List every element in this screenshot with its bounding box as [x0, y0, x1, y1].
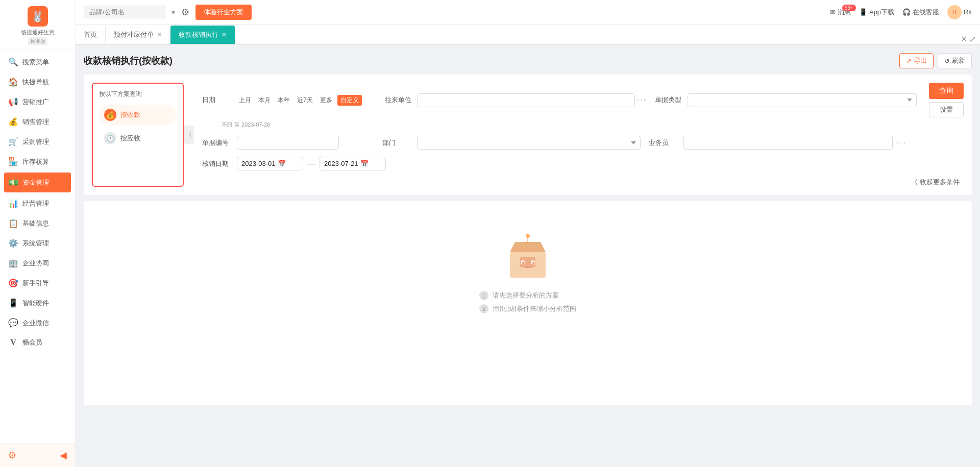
filter-field-doc-number: 单据编号: [202, 136, 374, 150]
empty-tip-1: 1 请先选择要分析的方案: [479, 291, 576, 300]
sidebar-item-enterprise[interactable]: 🏢 企业协同: [0, 253, 75, 273]
salesperson-input[interactable]: [683, 136, 893, 150]
user-avatar: R: [947, 5, 962, 19]
topbar-chevron-icon[interactable]: ▾: [172, 8, 175, 16]
filter-field-counterpart: 往来单位 ···: [385, 93, 647, 107]
refresh-button[interactable]: ↺ 刷新: [938, 53, 972, 68]
wechat-icon: 💬: [8, 318, 18, 328]
counterpart-input[interactable]: [418, 93, 635, 107]
sidebar-item-member[interactable]: V 畅会员: [0, 333, 75, 352]
empty-tip-1-text: 请先选择要分析的方案: [493, 291, 559, 300]
doc-type-label: 单据类型: [655, 95, 685, 105]
query-button[interactable]: 查询: [929, 83, 964, 99]
date-note-area: 不限 至 2023-07-26: [222, 119, 964, 129]
message-button[interactable]: ✉ 消息 99+: [830, 8, 851, 17]
date-badge-custom[interactable]: 自定义: [337, 95, 362, 106]
tab-home-label: 首页: [84, 30, 97, 39]
setting-button[interactable]: 设置: [929, 102, 964, 117]
tab-prepay-close-icon[interactable]: ✕: [157, 31, 162, 38]
by-receivable-icon: 🕐: [104, 132, 116, 144]
tab-receipt-writeoff-close-icon[interactable]: ✕: [222, 31, 227, 38]
collapse-more-button[interactable]: 《 收起更多条件: [907, 178, 964, 187]
customer-service-button[interactable]: 🎧 在线客服: [902, 8, 939, 17]
sidebar-item-label: 新手引导: [22, 279, 49, 288]
writeoff-date-end-picker[interactable]: 2023-07-21 📅: [320, 157, 386, 170]
tab-close-all-icon[interactable]: ✕: [961, 34, 967, 44]
logo-badge: 标准版: [28, 37, 47, 45]
export-button[interactable]: ↗ 导出: [899, 53, 934, 68]
sidebar-item-purchase[interactable]: 🛒 采购管理: [0, 132, 75, 152]
user-name: Rit: [964, 8, 972, 16]
member-icon: V: [8, 338, 18, 347]
filter-right-panel: 日期 上月 本月 本年 近7天 更多 自定义 往来单位 ···: [190, 83, 964, 187]
operations-icon: 📊: [8, 199, 18, 208]
date-shortcut-this-year[interactable]: 本年: [276, 95, 292, 106]
refresh-icon: ↺: [944, 57, 950, 65]
doc-number-label: 单据编号: [202, 138, 233, 148]
filter-collapse-toggle[interactable]: 《: [184, 126, 194, 144]
content-area: 收款核销执行(按收款) ↗ 导出 ↺ 刷新 按以下方案查询 💰 按收款: [76, 45, 980, 467]
sidebar-item-quick-nav[interactable]: 🏠 快捷导航: [0, 72, 75, 92]
sidebar-item-search-menu[interactable]: 🔍 搜索菜单: [0, 52, 75, 72]
tab-receipt-writeoff[interactable]: 收款核销执行 ✕: [170, 26, 235, 44]
brand-input[interactable]: [84, 6, 165, 18]
date-shortcut-this-month[interactable]: 本月: [256, 95, 273, 106]
collapse-label: 收起更多条件: [920, 178, 960, 187]
settings-footer-icon[interactable]: ⚙: [8, 450, 16, 461]
smart-hw-icon: 📱: [8, 298, 18, 308]
counterpart-ellipsis-icon[interactable]: ···: [637, 95, 647, 105]
sidebar-item-inventory[interactable]: 🏪 库存核算: [0, 152, 75, 171]
sidebar-item-label: 采购管理: [22, 137, 49, 146]
date-shortcut-last-month[interactable]: 上月: [237, 95, 253, 106]
sidebar-item-capital[interactable]: 💵 资金管理: [4, 173, 71, 192]
sidebar-item-wechat[interactable]: 💬 企业微信: [0, 313, 75, 333]
message-badge: 99+: [842, 5, 856, 11]
filter-option-by-receivable[interactable]: 🕐 按应收: [99, 128, 177, 149]
collapse-sidebar-icon[interactable]: ◀: [60, 450, 67, 461]
tabs-actions: ✕ ⤢: [957, 34, 980, 44]
filter-left-panel: 按以下方案查询 💰 按收款 🕐 按应收: [92, 83, 184, 187]
sidebar: 🐰 畅捷通好生意 标准版 🔍 搜索菜单 🏠 快捷导航 📢 营销推广 💰 销售管理…: [0, 0, 76, 467]
page-actions: ↗ 导出 ↺ 刷新: [899, 53, 972, 68]
svg-marker-1: [510, 242, 546, 252]
empty-tip-2: 2 用[过滤]条件来缩小分析范围: [479, 304, 576, 313]
logo-text: 畅捷通好生意: [21, 29, 55, 36]
tab-prepay[interactable]: 预付冲应付单 ✕: [106, 26, 170, 44]
sidebar-item-label: 智能硬件: [22, 299, 49, 308]
tab-expand-icon[interactable]: ⤢: [969, 34, 976, 44]
sidebar-item-marketing[interactable]: 📢 营销推广: [0, 92, 75, 112]
sidebar-footer: ⚙ ◀: [0, 443, 75, 467]
sales-icon: 💰: [8, 117, 18, 127]
doc-number-input[interactable]: [237, 136, 339, 150]
salesperson-ellipsis-icon[interactable]: ···: [897, 138, 906, 148]
sidebar-item-label: 销售管理: [22, 117, 49, 127]
dept-select[interactable]: [417, 136, 641, 150]
tabs-bar: 首页 预付冲应付单 ✕ 收款核销执行 ✕ ✕ ⤢: [76, 24, 980, 45]
sidebar-item-basic-info[interactable]: 📋 基础信息: [0, 213, 75, 233]
calendar-start-icon: 📅: [278, 160, 286, 167]
writeoff-date-start-picker[interactable]: 2023-03-01 📅: [237, 157, 303, 170]
user-info[interactable]: R Rit: [947, 5, 972, 19]
sidebar-item-operations[interactable]: 📊 经营管理: [0, 193, 75, 213]
filter-row-2: 单据编号 部门 业务员 ···: [202, 136, 964, 150]
counterpart-label: 往来单位: [385, 95, 415, 105]
tab-receipt-writeoff-label: 收款核销执行: [179, 30, 218, 39]
sidebar-item-system[interactable]: ⚙️ 系统管理: [0, 233, 75, 253]
doc-type-select[interactable]: [688, 93, 917, 107]
filter-option-by-receipt[interactable]: 💰 按收款: [99, 105, 177, 125]
sidebar-item-guide[interactable]: 🎯 新手引导: [0, 273, 75, 293]
solution-button[interactable]: 体验行业方案: [195, 5, 252, 20]
writeoff-date-label: 核销日期: [202, 159, 233, 168]
tab-home[interactable]: 首页: [76, 26, 106, 44]
marketing-icon: 📢: [8, 97, 18, 107]
tab-prepay-label: 预付冲应付单: [114, 30, 154, 39]
sidebar-item-sales[interactable]: 💰 销售管理: [0, 112, 75, 132]
topbar-gear-icon[interactable]: ⚙: [181, 7, 189, 18]
filter-row-3: 核销日期 2023-03-01 📅 — 2023-07-21 📅: [202, 157, 964, 170]
app-download-button[interactable]: 📱 App下载: [859, 8, 894, 17]
date-shortcut-7days[interactable]: 近7天: [295, 95, 315, 106]
sidebar-item-smart-hw[interactable]: 📱 智能硬件: [0, 293, 75, 313]
enterprise-icon: 🏢: [8, 258, 18, 268]
date-shortcut-more[interactable]: 更多: [318, 95, 334, 106]
sidebar-item-label: 快捷导航: [22, 78, 49, 87]
